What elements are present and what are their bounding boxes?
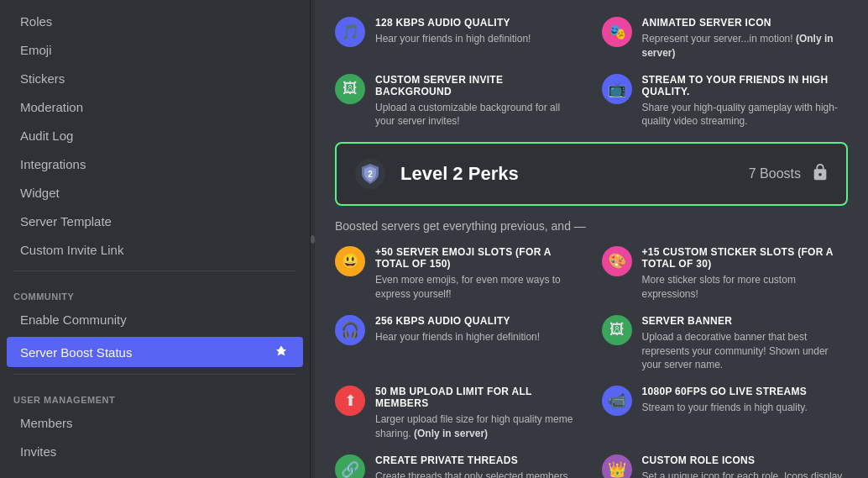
sidebar-divider-2 <box>13 374 296 375</box>
perk-desc-threads: Create threads that only selected member… <box>375 470 582 478</box>
prev-perks-row2: 🖼 CUSTOM SERVER INVITE BACKGROUND Upload… <box>335 74 848 129</box>
perk-content-stream: STREAM TO YOUR FRIENDS IN HIGH QUALITY. … <box>642 74 849 129</box>
perk-title-stream: STREAM TO YOUR FRIENDS IN HIGH QUALITY. <box>642 74 849 97</box>
perk-icon-golive: 📹 <box>602 386 632 416</box>
sidebar-item-widget[interactable]: Widget <box>7 179 303 207</box>
perk-icon-invite-bg: 🖼 <box>335 74 365 104</box>
sidebar-item-label: Roles <box>20 14 52 29</box>
perk-icon-emoji: 😃 <box>335 246 365 276</box>
sidebar-item-label: Widget <box>20 186 60 200</box>
perk-title-animated: ANIMATED SERVER ICON <box>642 17 849 29</box>
perk-item-stream-hq: 📺 STREAM TO YOUR FRIENDS IN HIGH QUALITY… <box>602 74 849 129</box>
sidebar-item-invites[interactable]: Invites <box>7 438 303 465</box>
perk-item-golive: 📹 1080P 60FPS GO LIVE STREAMS Stream to … <box>602 386 849 441</box>
sidebar-item-label: Custom Invite Link <box>20 243 123 257</box>
perk-content-golive: 1080P 60FPS GO LIVE STREAMS Stream to yo… <box>642 386 808 415</box>
sidebar: Roles Emoji Stickers Moderation Audit Lo… <box>0 0 311 478</box>
sidebar-item-members[interactable]: Members <box>7 409 303 437</box>
perk-content-audio-256: 256 KBPS AUDIO QUALITY Hear your friends… <box>375 315 540 344</box>
perk-desc-role-icons: Set a unique icon for each role. Icons d… <box>642 470 849 478</box>
perk-title-upload: 50 MB UPLOAD LIMIT FOR ALL MEMBERS <box>375 386 582 409</box>
perk-desc-animated: Represent your server...in motion! (Only… <box>642 32 849 60</box>
sidebar-item-moderation[interactable]: Moderation <box>7 93 303 121</box>
perk-title-golive: 1080P 60FPS GO LIVE STREAMS <box>642 386 808 397</box>
sidebar-item-label: Moderation <box>20 100 83 114</box>
perk-icon-sticker: 🎨 <box>602 246 632 276</box>
perk-item-animated-icon: 🎭 ANIMATED SERVER ICON Represent your se… <box>602 17 849 60</box>
level2-shield-icon: 2 <box>355 159 385 189</box>
sidebar-item-audit-log[interactable]: Audit Log <box>7 122 303 150</box>
perk-item-audio-128: 🎵 128 KBPS AUDIO QUALITY Hear your frien… <box>335 17 582 60</box>
perk-item-audio-256: 🎧 256 KBPS AUDIO QUALITY Hear your frien… <box>335 315 582 372</box>
sidebar-item-label: Enable Community <box>20 313 127 327</box>
sidebar-item-integrations[interactable]: Integrations <box>7 150 303 178</box>
scroll-handle-container <box>311 0 315 478</box>
perk-desc-banner: Upload a decorative banner that best rep… <box>642 330 849 372</box>
level-card: 2 Level 2 Perks 7 Boosts <box>335 142 848 206</box>
sidebar-item-stickers[interactable]: Stickers <box>7 65 303 92</box>
sidebar-item-roles[interactable]: Roles <box>7 8 303 35</box>
sidebar-section-community: COMMUNITY <box>0 278 310 305</box>
perk-desc-audio-128: Hear your friends in high definition! <box>375 32 531 46</box>
sidebar-item-emoji[interactable]: Emoji <box>7 36 303 64</box>
perk-icon-upload: ⬆ <box>335 386 365 416</box>
svg-text:2: 2 <box>368 170 373 179</box>
perk-content-audio-128: 128 KBPS AUDIO QUALITY Hear your friends… <box>375 17 531 46</box>
level-card-title: Level 2 Perks <box>400 163 749 185</box>
perk-item-upload: ⬆ 50 MB UPLOAD LIMIT FOR ALL MEMBERS Lar… <box>335 386 582 441</box>
perk-title-role-icons: CUSTOM ROLE ICONS <box>642 454 849 466</box>
perk-item-banner: 🖼 SERVER BANNER Upload a decorative bann… <box>602 315 849 372</box>
perk-content-sticker: +15 CUSTOM STICKER SLOTS (FOR A TOTAL OF… <box>642 246 849 302</box>
perk-desc-text-animated: Represent your server...in motion! <box>642 33 796 45</box>
perk-content-emoji: +50 SERVER EMOJI SLOTS (FOR A TOTAL OF 1… <box>375 246 582 302</box>
sidebar-item-label: Members <box>20 416 73 430</box>
prev-perks-row1: 🎵 128 KBPS AUDIO QUALITY Hear your frien… <box>335 17 848 60</box>
level-card-icon: 2 <box>353 157 387 191</box>
sidebar-item-label: Server Template <box>20 214 112 228</box>
level-card-boosts: 7 Boosts <box>749 166 801 181</box>
sidebar-item-label: Server Boost Status <box>20 345 132 360</box>
perk-icon-animated: 🎭 <box>602 17 632 47</box>
sidebar-section-user-management: USER MANAGEMENT <box>0 381 310 408</box>
sidebar-item-label: Emoji <box>20 43 52 57</box>
perk-item-sticker-slots: 🎨 +15 CUSTOM STICKER SLOTS (FOR A TOTAL … <box>602 246 849 302</box>
main-content: 🎵 128 KBPS AUDIO QUALITY Hear your frien… <box>315 0 868 478</box>
perk-title-threads: CREATE PRIVATE THREADS <box>375 454 582 466</box>
sidebar-item-label: Invites <box>20 444 56 459</box>
perks-grid: 😃 +50 SERVER EMOJI SLOTS (FOR A TOTAL OF… <box>335 246 848 478</box>
perk-icon-threads: 🔗 <box>335 454 365 478</box>
perk-content-invite-bg: CUSTOM SERVER INVITE BACKGROUND Upload a… <box>375 74 582 129</box>
perk-content-role-icons: CUSTOM ROLE ICONS Set a unique icon for … <box>642 454 849 478</box>
perk-icon-role-icons: 👑 <box>602 454 632 478</box>
perk-item-private-threads: 🔗 CREATE PRIVATE THREADS Create threads … <box>335 454 582 478</box>
sidebar-item-custom-invite-link[interactable]: Custom Invite Link <box>7 236 303 264</box>
sidebar-item-server-boost-status[interactable]: Server Boost Status <box>7 337 303 367</box>
sidebar-item-enable-community[interactable]: Enable Community <box>7 306 303 334</box>
perk-icon-stream: 📺 <box>602 74 632 104</box>
perk-icon-audio-128: 🎵 <box>335 17 365 47</box>
perk-icon-banner: 🖼 <box>602 315 632 345</box>
perk-item-invite-bg: 🖼 CUSTOM SERVER INVITE BACKGROUND Upload… <box>335 74 582 129</box>
boost-icon <box>273 344 290 360</box>
perk-desc-upload: Larger upload file size for high quality… <box>375 412 582 441</box>
perk-desc-invite-bg: Upload a customizable background for all… <box>375 101 582 129</box>
sidebar-item-label: Integrations <box>20 157 86 171</box>
sidebar-item-label: Audit Log <box>20 129 73 143</box>
sidebar-item-server-template[interactable]: Server Template <box>7 207 303 235</box>
sidebar-divider-1 <box>13 271 296 271</box>
perk-title-audio-256: 256 KBPS AUDIO QUALITY <box>375 315 540 327</box>
perk-desc-sticker: More sticker slots for more custom expre… <box>642 273 849 302</box>
perk-title-banner: SERVER BANNER <box>642 315 849 327</box>
perk-content-upload: 50 MB UPLOAD LIMIT FOR ALL MEMBERS Large… <box>375 386 582 441</box>
lock-icon <box>811 163 829 186</box>
perk-content-animated: ANIMATED SERVER ICON Represent your serv… <box>642 17 849 60</box>
perk-title-invite-bg: CUSTOM SERVER INVITE BACKGROUND <box>375 74 582 97</box>
perk-icon-audio-256: 🎧 <box>335 315 365 345</box>
perk-desc-audio-256: Hear your friends in higher definition! <box>375 330 540 344</box>
perk-desc-golive: Stream to your friends in high quality. <box>642 401 808 415</box>
perk-title-emoji: +50 SERVER EMOJI SLOTS (FOR A TOTAL OF 1… <box>375 246 582 270</box>
perk-content-threads: CREATE PRIVATE THREADS Create threads th… <box>375 454 582 478</box>
perk-title-audio-128: 128 KBPS AUDIO QUALITY <box>375 17 531 29</box>
scroll-handle <box>311 235 315 244</box>
perk-desc-bold-upload: (Only in server) <box>414 428 488 439</box>
